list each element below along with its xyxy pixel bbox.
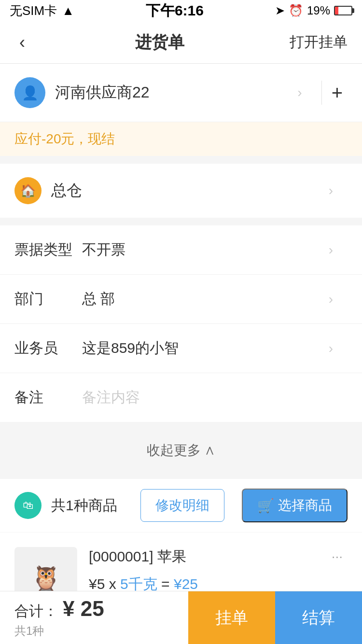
remark-row[interactable]: 备注 备注内容 <box>0 373 362 422</box>
divider <box>321 81 322 105</box>
product-unit-price: ¥5 <box>89 576 105 592</box>
total-label: 合计： <box>14 602 58 621</box>
supplier-name: 河南供应商22 <box>55 82 150 103</box>
product-total: ¥25 <box>174 576 198 592</box>
carrier-label: 无SIM卡 <box>10 2 57 19</box>
pending-label: 挂单 <box>215 607 248 629</box>
form-section: 票据类型 不开票 › 部门 总 部 › 业务员 这是859的小智 › 备注 备注… <box>0 225 362 422</box>
location-icon: ➤ <box>275 4 285 17</box>
supplier-card: 👤 河南供应商22 › + 应付-20元，现结 <box>0 64 362 156</box>
invoice-value: 不开票 <box>72 240 329 260</box>
product-header: 🛍 共1种商品 修改明细 🛒 选择商品 <box>0 479 362 532</box>
supplier-row[interactable]: 👤 河南供应商22 › + <box>0 64 362 122</box>
page-title: 进货单 <box>135 31 184 54</box>
invoice-row[interactable]: 票据类型 不开票 › <box>0 225 362 275</box>
product-title: 苹果 <box>157 548 186 564</box>
sales-row[interactable]: 业务员 这是859的小智 › <box>0 324 362 373</box>
checkout-label: 结算 <box>302 607 335 629</box>
status-left: 无SIM卡 ▲ <box>10 2 74 19</box>
status-right: ➤ ⏰ 19% <box>275 4 352 17</box>
edit-detail-button[interactable]: 修改明细 <box>140 489 224 522</box>
equals-sign: = <box>161 576 174 592</box>
cart-icon: 🛒 <box>257 498 274 514</box>
product-info: [0000001] 苹果 ¥5 x 5千克 = ¥25 <box>89 547 315 594</box>
product-count: 共1种商品 <box>51 496 131 516</box>
nav-bar: ‹ 进货单 打开挂单 <box>0 21 362 64</box>
sales-value: 这是859的小智 <box>72 338 329 358</box>
product-code: [0000001] <box>89 548 153 564</box>
status-bar: 无SIM卡 ▲ 下午6:16 ➤ ⏰ 19% <box>0 0 362 21</box>
time-label: 下午6:16 <box>146 1 204 21</box>
battery-icon <box>334 6 352 15</box>
select-product-label: 选择商品 <box>278 496 332 515</box>
sales-label: 业务员 <box>14 338 72 358</box>
collapse-label: 收起更多 ∧ <box>147 443 216 458</box>
alarm-icon: ⏰ <box>289 4 303 17</box>
product-qty: 5千克 <box>120 576 157 592</box>
warehouse-icon: 🏠 <box>14 177 42 204</box>
invoice-chevron-icon: › <box>329 242 333 258</box>
product-name: [0000001] 苹果 <box>89 547 315 567</box>
back-button[interactable]: ‹ <box>14 28 30 57</box>
supplier-notice: 应付-20元，现结 <box>0 122 362 156</box>
warehouse-name: 总仓 <box>51 180 319 201</box>
add-supplier-button[interactable]: + <box>327 82 348 104</box>
footer-total-main: 合计： ¥ 25 <box>14 597 174 621</box>
battery-label: 19% <box>307 4 330 17</box>
collapse-bar[interactable]: 收起更多 ∧ <box>0 430 362 471</box>
open-pending-button[interactable]: 打开挂单 <box>290 32 348 52</box>
supplier-left: 👤 河南供应商22 <box>14 77 297 108</box>
footer-total: 合计： ¥ 25 共1种 <box>0 597 188 639</box>
remark-label: 备注 <box>14 388 72 407</box>
invoice-label: 票据类型 <box>14 240 72 260</box>
bag-icon: 🛍 <box>23 499 33 512</box>
main-content: 👤 河南供应商22 › + 应付-20元，现结 🏠 总仓 › 票据类型 不开票 … <box>0 64 362 644</box>
product-thumb-icon: 🦉 <box>31 564 61 592</box>
wifi-icon: ▲ <box>62 3 74 18</box>
dept-value: 总 部 <box>72 289 329 309</box>
footer: 合计： ¥ 25 共1种 挂单 结算 <box>0 591 362 644</box>
total-amount: ¥ 25 <box>63 597 104 621</box>
sales-chevron-icon: › <box>329 341 333 356</box>
supplier-chevron-icon: › <box>297 85 302 100</box>
supplier-avatar: 👤 <box>14 77 45 108</box>
select-product-button[interactable]: 🛒 选择商品 <box>242 489 348 522</box>
multiply-sign: x <box>109 576 120 592</box>
product-more-button[interactable]: ··· <box>327 547 348 566</box>
dept-chevron-icon: › <box>329 292 333 307</box>
warehouse-card[interactable]: 🏠 总仓 › <box>0 164 362 218</box>
dept-row[interactable]: 部门 总 部 › <box>0 275 362 324</box>
warehouse-chevron-icon: › <box>329 183 333 198</box>
total-sub: 共1种 <box>14 623 174 639</box>
checkout-button[interactable]: 结算 <box>275 591 362 644</box>
remark-input[interactable]: 备注内容 <box>72 388 348 407</box>
product-icon: 🛍 <box>14 492 42 519</box>
dept-label: 部门 <box>14 289 72 309</box>
pending-button[interactable]: 挂单 <box>188 591 275 644</box>
house-icon: 🏠 <box>20 183 36 198</box>
avatar-icon: 👤 <box>22 85 39 101</box>
